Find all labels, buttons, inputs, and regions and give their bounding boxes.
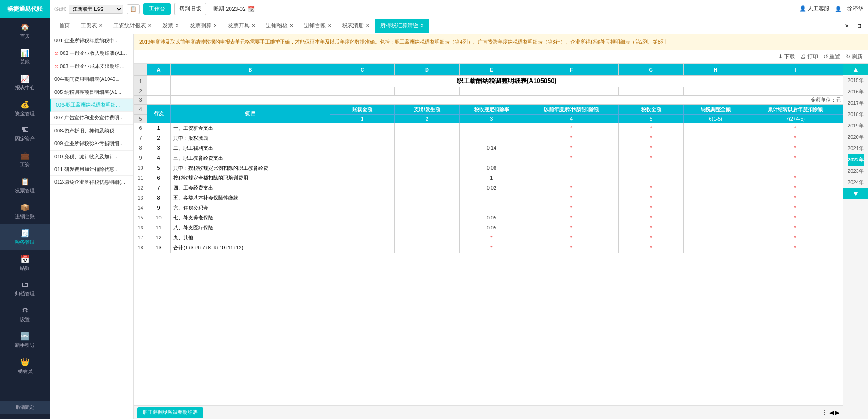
cell-c4[interactable]: * [524,233,619,243]
cell-c1[interactable] [330,233,394,243]
list-item-010[interactable]: 010-免税、减计收入及加计... [50,151,133,163]
restore-tab-btn[interactable]: ⊡ [854,22,864,30]
cell-c7[interactable]: * [748,143,843,153]
cell-label[interactable]: 其中：股权激励 [171,133,330,143]
cell-c5[interactable]: * [619,123,683,133]
cell-c2[interactable] [395,153,459,163]
cell-c1[interactable] [330,193,394,203]
cell-c5[interactable] [619,173,683,183]
list-item-001[interactable]: 001-企业所得税年度纳税申... [50,34,133,47]
year-btn-2023年[interactable]: 2023年 [848,166,863,177]
cell-c2[interactable] [395,163,459,173]
tab-payroll[interactable]: 工资表 ✕ [75,19,108,33]
cell-c3[interactable]: 1 [459,173,524,183]
list-item-009[interactable]: 009-企业所得税弥补亏损明细... [50,137,133,150]
tab-invoice-calc-close[interactable]: ✕ [213,23,217,28]
bottom-tab-label[interactable]: 职工薪酬纳税调整明细表 [137,407,203,418]
cell-c7[interactable]: * [748,203,843,213]
cell-c1[interactable] [330,203,394,213]
cell-label[interactable]: 按税收规定全额扣除的职培训费用 [171,173,330,183]
cell-c6[interactable] [683,203,748,213]
cell-c3[interactable] [459,153,524,163]
cell-c1[interactable] [330,223,394,233]
cell-label[interactable]: 五、各类基本社会保障性缴款 [171,193,330,203]
cell-c2[interactable] [395,243,459,253]
cell-c5[interactable]: * [619,213,683,223]
cell-c1[interactable] [330,133,394,143]
year-btn-2024年[interactable]: 2024年 [848,177,863,188]
switch-btn[interactable]: 切到旧版 [174,3,206,15]
copy-btn[interactable]: 📋 [127,4,140,14]
tab-purchase-check-close[interactable]: ✕ [289,23,293,28]
cell-label[interactable]: 三、职工教育经费支出 [171,153,330,163]
tab-tax-register-close[interactable]: ✕ [366,23,369,28]
cell-c1[interactable] [330,213,394,223]
year-btn-2018年[interactable]: 2018年 [848,109,863,120]
cell-c1[interactable] [330,143,394,153]
cell-c6[interactable] [683,223,748,233]
workspace-btn[interactable]: 工作台 [143,3,171,15]
cell-c1[interactable] [330,123,394,133]
tab-income-tax[interactable]: 所得税汇算清缴 ✕ [375,19,429,33]
cell-c4[interactable] [524,173,619,183]
sidebar-item-ledger[interactable]: 📊 总账 [0,44,50,70]
cell-c4[interactable]: * [524,133,619,143]
sidebar-item-close[interactable]: 📅 结账 [0,250,50,276]
tab-purchase-ledger[interactable]: 进销台账 ✕ [299,19,337,33]
cell-c5[interactable]: * [619,223,683,233]
cell-c5[interactable]: * [619,183,683,193]
cell-c6[interactable] [683,193,748,203]
cell-label[interactable]: 四、工会经费支出 [171,183,330,193]
company-dropdown[interactable]: 江西股宝-LSS [69,5,123,14]
year-btn-2019年[interactable]: 2019年 [848,120,863,132]
cell-c6[interactable] [683,123,748,133]
tab-invoice-close[interactable]: ✕ [175,23,179,28]
cell-c5[interactable]: * [619,193,683,203]
cell-c4[interactable]: * [524,153,619,163]
tab-invoice[interactable]: 发票 ✕ [157,19,184,33]
tab-payroll-close[interactable]: ✕ [99,23,103,28]
scroll-left-icon[interactable]: ◀ [829,409,834,416]
sidebar-item-payroll[interactable]: 💼 工资 [0,147,50,173]
sidebar-item-assets-mgmt[interactable]: 💰 资金管理 [0,96,50,122]
cell-c3[interactable]: 0.14 [459,143,524,153]
cell-label[interactable]: 六、住房公积金 [171,203,330,213]
scroll-right-icon[interactable]: ▶ [835,409,839,416]
tab-invoice-calc[interactable]: 发票测算 ✕ [184,19,222,33]
cell-c5[interactable]: * [619,153,683,163]
cell-c7[interactable]: * [748,183,843,193]
cell-c7[interactable]: * [748,123,843,133]
sidebar-item-settings[interactable]: ⚙ 设置 [0,302,50,327]
cell-c3[interactable] [459,193,524,203]
list-item-007[interactable]: 007-广告宣传和业务宣传费明... [50,112,133,124]
cell-label[interactable]: 八、补充医疗保险 [171,223,330,233]
cell-c4[interactable] [524,163,619,173]
cell-c7[interactable]: * [748,133,843,143]
cell-c3[interactable]: 0.05 [459,213,524,223]
cell-c2[interactable] [395,143,459,153]
cell-c7[interactable]: * [748,173,843,183]
tab-home[interactable]: 首页 [54,19,75,33]
cell-c5[interactable]: * [619,133,683,143]
cell-c2[interactable] [395,133,459,143]
cell-c1[interactable] [330,163,394,173]
sidebar-item-reports[interactable]: 📈 报表中心 [0,70,50,96]
cell-label[interactable]: 其中：按税收规定比例扣除的职工教育经费 [171,163,330,173]
cell-c2[interactable] [395,123,459,133]
download-btn[interactable]: ⬇ 下载 [778,53,795,61]
list-item-008[interactable]: 008-资产折旧、摊销及纳税... [50,125,133,137]
cell-c5[interactable]: * [619,203,683,213]
cell-c2[interactable] [395,233,459,243]
cell-c2[interactable] [395,223,459,233]
sidebar-item-vip[interactable]: 👑 畅会员 [0,353,50,379]
sidebar-item-invoice-mgmt[interactable]: 📋 发票管理 [0,173,50,199]
cell-c6[interactable] [683,133,748,143]
sidebar-item-fixed-assets[interactable]: 🏗 固定资产 [0,122,50,147]
cell-c7[interactable]: * [748,233,843,243]
cell-c6[interactable] [683,173,748,183]
cell-c3[interactable] [459,133,524,143]
cell-c2[interactable] [395,193,459,203]
cell-c1[interactable] [330,183,394,193]
year-btn-2021年[interactable]: 2021年 [848,143,863,154]
sidebar-item-home[interactable]: 🏠 首页 [0,18,50,44]
